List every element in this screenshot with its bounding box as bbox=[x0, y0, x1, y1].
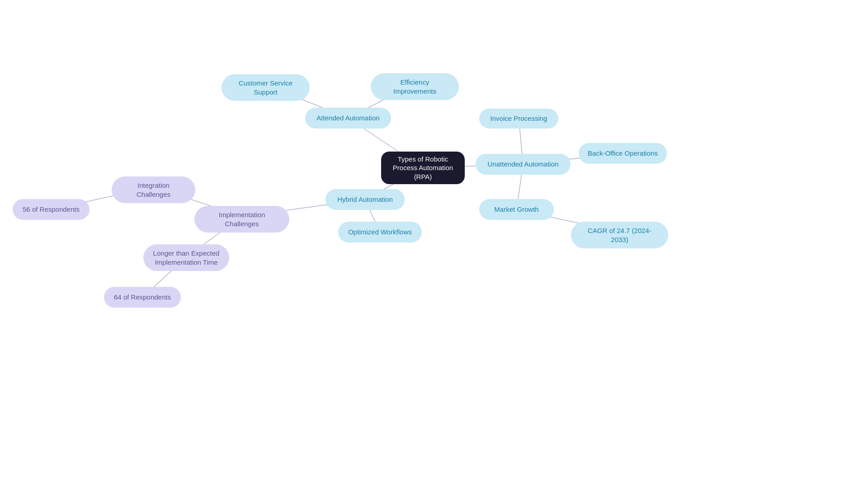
market-node: Market Growth bbox=[479, 199, 554, 220]
invoice-node: Invoice Processing bbox=[479, 109, 558, 128]
center-node: Types of Robotic Process Automation (RPA… bbox=[381, 152, 465, 184]
integration-node: Integration Challenges bbox=[112, 176, 195, 203]
56-respondents-node: 56 of Respondents bbox=[13, 199, 90, 220]
customer-service-node: Customer Service Support bbox=[222, 74, 310, 101]
mindmap-container: Types of Robotic Process Automation (RPA… bbox=[0, 0, 868, 490]
optimized-node: Optimized Workflows bbox=[338, 222, 422, 243]
cagr-node: CAGR of 24.7 (2024-2033) bbox=[571, 222, 668, 248]
64-respondents-node: 64 of Respondents bbox=[104, 287, 181, 308]
unattended-node: Unattended Automation bbox=[476, 154, 571, 175]
hybrid-node: Hybrid Automation bbox=[326, 189, 405, 210]
longer-node: Longer than Expected Implementation Time bbox=[143, 244, 229, 271]
efficiency-node: Efficiency Improvements bbox=[371, 73, 459, 100]
impl-challenges-node: Implementation Challenges bbox=[194, 206, 289, 233]
attended-node: Attended Automation bbox=[305, 108, 391, 128]
backoffice-node: Back-Office Operations bbox=[579, 143, 667, 164]
